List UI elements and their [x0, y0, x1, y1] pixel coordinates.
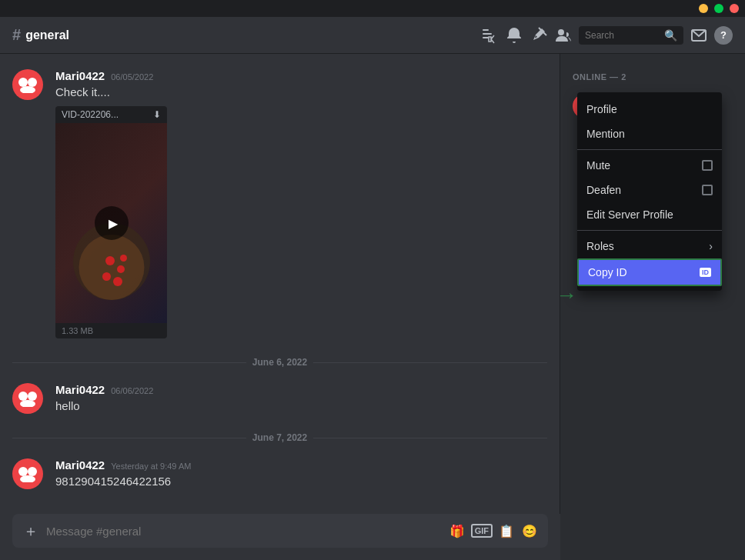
context-menu: Profile Mention Mute Deafen Edit Server …	[577, 92, 722, 291]
sticker-icon[interactable]: 📋	[497, 522, 516, 540]
svg-point-10	[20, 400, 35, 407]
emoji-icon[interactable]: 😊	[520, 522, 539, 540]
message-group: Mari0422 06/06/2022 hello	[0, 380, 560, 417]
input-actions: 🎁 GIF 📋 😊	[448, 522, 539, 540]
svg-rect-1	[483, 33, 492, 35]
message-text: 981290415246422156	[55, 473, 547, 489]
divider-line	[313, 362, 547, 363]
add-button[interactable]: ＋	[22, 522, 40, 540]
separator	[577, 149, 722, 150]
search-icon: 🔍	[664, 29, 677, 42]
gif-button[interactable]: GIF	[471, 524, 493, 538]
message-content: Mari0422 Yesterday at 9:49 AM 9812904152…	[55, 458, 547, 489]
message-input-container: ＋ 🎁 GIF 📋 😊	[12, 514, 548, 548]
separator	[577, 230, 722, 231]
video-thumbnail[interactable]	[55, 123, 167, 323]
members-section-title: ONLINE — 2	[566, 66, 739, 88]
username: Mari0422	[55, 69, 105, 82]
divider-line	[12, 362, 246, 363]
svg-rect-0	[483, 29, 489, 31]
svg-point-13	[20, 475, 35, 482]
message-header: Mari0422 Yesterday at 9:49 AM	[55, 458, 547, 472]
roles-menu-item[interactable]: Roles ›	[577, 234, 722, 258]
svg-point-8	[18, 392, 28, 401]
message-group: Mari0422 Yesterday at 9:49 AM 9812904152…	[0, 455, 560, 492]
video-size: 1.33 MB	[55, 323, 167, 338]
svg-rect-2	[483, 37, 489, 38]
mute-menu-item[interactable]: Mute	[577, 153, 722, 178]
search-input[interactable]	[585, 30, 661, 41]
message-input-area: ＋ 🎁 GIF 📋 😊	[0, 514, 560, 560]
mute-checkbox[interactable]	[702, 160, 713, 171]
gift-icon[interactable]: 🎁	[448, 522, 466, 540]
svg-point-5	[18, 78, 28, 87]
timestamp: Yesterday at 9:49 AM	[111, 462, 191, 471]
video-header: VID-202206... ⬇	[55, 106, 167, 123]
members-icon[interactable]	[554, 26, 573, 45]
maximize-button[interactable]: □	[714, 4, 723, 13]
date-divider: June 7, 2022	[0, 420, 560, 455]
divider-line	[12, 438, 246, 438]
title-bar: — □ ✕	[0, 0, 745, 17]
mention-menu-item[interactable]: Mention	[577, 122, 722, 146]
message-text: Check it....	[55, 84, 547, 100]
messages-area: Mari0422 06/05/2022 Check it.... VID-202…	[0, 54, 560, 560]
edit-server-profile-menu-item[interactable]: Edit Server Profile	[577, 202, 722, 227]
messages-list: Mari0422 06/05/2022 Check it.... VID-202…	[0, 54, 560, 514]
username: Mari0422	[55, 383, 105, 396]
message-content: Mari0422 06/06/2022 hello	[55, 383, 547, 414]
message-header: Mari0422 06/06/2022	[55, 383, 547, 396]
svg-point-6	[28, 78, 37, 87]
date-divider: June 6, 2022	[0, 345, 560, 380]
date-text: June 6, 2022	[252, 357, 307, 368]
arrow-indicator: →	[556, 283, 577, 308]
video-attachment: VID-202206... ⬇	[55, 106, 167, 338]
close-button[interactable]: ✕	[730, 4, 739, 13]
minimize-button[interactable]: —	[699, 4, 708, 13]
deafen-checkbox[interactable]	[702, 185, 713, 195]
play-button[interactable]	[95, 206, 129, 240]
message-header: Mari0422 06/05/2022	[55, 69, 547, 82]
video-filename: VID-202206...	[62, 109, 119, 120]
avatar	[12, 383, 43, 414]
header-actions: 🔍 ?	[480, 26, 733, 45]
arrow-icon: ›	[709, 240, 713, 252]
timestamp: 06/05/2022	[111, 72, 153, 82]
message-group: Mari0422 06/05/2022 Check it.... VID-202…	[0, 66, 560, 342]
download-icon[interactable]: ⬇	[153, 109, 161, 120]
message-text: hello	[55, 398, 547, 414]
svg-point-9	[28, 392, 37, 401]
channel-hash-icon: #	[12, 26, 21, 44]
svg-point-12	[28, 467, 37, 476]
channel-header: # general	[0, 17, 745, 54]
inbox-icon[interactable]	[690, 26, 708, 45]
copy-id-menu-item[interactable]: Copy ID ID	[577, 258, 722, 286]
message-input[interactable]	[46, 515, 442, 547]
profile-menu-item[interactable]: Profile	[577, 97, 722, 122]
svg-point-7	[20, 86, 35, 93]
search-bar[interactable]: 🔍	[579, 26, 683, 45]
avatar	[12, 458, 43, 489]
help-icon[interactable]: ?	[714, 26, 733, 45]
avatar	[12, 69, 43, 100]
id-badge-icon: ID	[700, 268, 711, 277]
notifications-icon[interactable]	[505, 26, 523, 45]
divider-line	[313, 438, 547, 438]
channel-name: # general	[12, 26, 69, 44]
deafen-menu-item[interactable]: Deafen	[577, 178, 722, 202]
threads-icon[interactable]	[480, 26, 499, 45]
username: Mari0422	[55, 458, 105, 472]
pin-icon[interactable]	[530, 26, 548, 45]
channel-name-text: general	[25, 28, 69, 42]
date-text: June 7, 2022	[252, 432, 307, 443]
message-content: Mari0422 06/05/2022 Check it.... VID-202…	[55, 69, 547, 338]
svg-point-11	[18, 467, 28, 476]
timestamp: 06/06/2022	[111, 386, 153, 395]
